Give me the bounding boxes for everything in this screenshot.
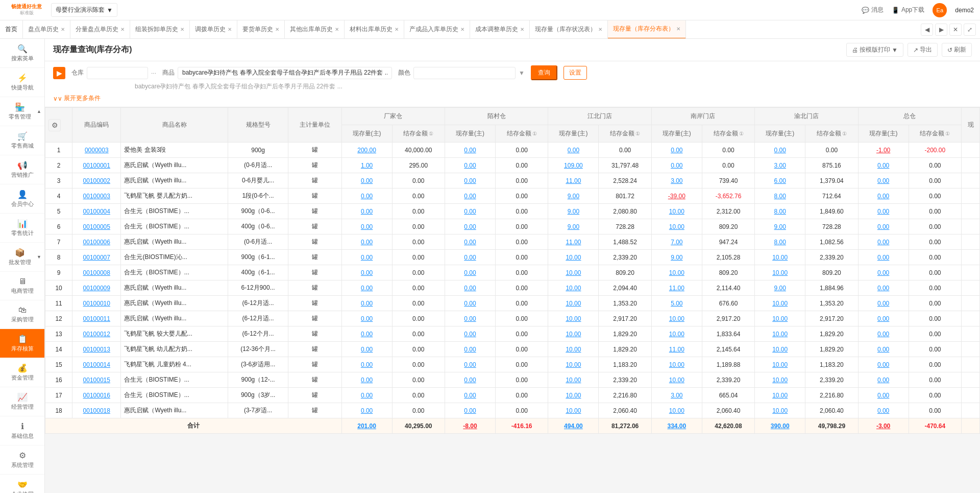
qty-link[interactable]: 10.00 <box>669 361 684 368</box>
qty-link[interactable]: 0.00 <box>877 315 889 322</box>
qty-link[interactable]: 10.00 <box>772 377 788 384</box>
qty-link[interactable]: 0.00 <box>361 331 373 338</box>
qty-link[interactable]: 0.00 <box>877 223 889 230</box>
sidebar-item-system[interactable]: ⚙ 系统管理 <box>0 445 44 475</box>
qty-link[interactable]: 10.00 <box>669 331 684 338</box>
code-link[interactable]: 00100007 <box>83 254 110 261</box>
close-icon[interactable]: ✕ <box>460 27 464 32</box>
code-link[interactable]: 00100013 <box>83 346 110 353</box>
code-link[interactable]: 00100012 <box>83 331 110 338</box>
sidebar-item-search[interactable]: 🔍 搜索英单 <box>0 39 44 68</box>
qty-link[interactable]: 0.00 <box>361 285 373 292</box>
qty-link[interactable]: 1.00 <box>361 162 373 169</box>
collapse-filter-button[interactable]: ▶ <box>53 67 65 79</box>
sidebar-item-collab[interactable]: 🤝 企业协同 <box>0 475 44 493</box>
qty-link[interactable]: 0.00 <box>877 269 889 276</box>
qty-link[interactable]: 0.00 <box>877 208 889 215</box>
close-icon[interactable]: ✕ <box>120 27 125 32</box>
sidebar-item-operation[interactable]: 📈 经营管理 <box>0 387 44 416</box>
qty-link[interactable]: 0.00 <box>464 193 476 200</box>
qty-link[interactable]: 0.00 <box>361 407 373 414</box>
qty-link[interactable]: 0.00 <box>464 269 476 276</box>
qty-link[interactable]: 10.00 <box>669 269 684 276</box>
code-link[interactable]: 00100008 <box>83 269 110 276</box>
nav-next-arrow[interactable]: ▶ <box>935 24 947 36</box>
qty-link[interactable]: 3.00 <box>671 177 682 184</box>
tab-xiancun-kuzhuang[interactable]: 现存量（库存状况表） ✕ <box>530 20 608 39</box>
close-icon[interactable]: ✕ <box>598 27 602 32</box>
code-link[interactable]: 00100004 <box>83 208 110 215</box>
expand-more-btn[interactable]: ∨∨ 展开更多条件 <box>53 94 972 103</box>
tab-yaohuo[interactable]: 要货单历史 ✕ <box>237 20 285 39</box>
qty-link[interactable]: 10.00 <box>772 300 788 307</box>
qty-link[interactable]: 0.00 <box>877 254 889 261</box>
qty-link[interactable]: 200.00 <box>357 147 376 154</box>
qty-link[interactable]: 5.00 <box>671 300 682 307</box>
qty-link[interactable]: 10.00 <box>566 361 581 368</box>
qty-link[interactable]: 10.00 <box>772 346 788 353</box>
sidebar-item-retail-mgmt[interactable]: 🏪 零售管理 ▲ <box>0 97 44 126</box>
code-link[interactable]: 00100009 <box>83 285 110 292</box>
qty-link[interactable]: 0.00 <box>877 162 889 169</box>
qty-link[interactable]: 10.00 <box>772 269 788 276</box>
qty-link[interactable]: 10.00 <box>669 223 684 230</box>
export-button[interactable]: ↗ 导出 <box>908 43 938 57</box>
close-icon[interactable]: ✕ <box>335 27 339 32</box>
sidebar-item-inventory[interactable]: 📋 库存核算 <box>0 329 44 358</box>
info-icon[interactable]: ① <box>842 131 847 136</box>
qty-link[interactable]: 10.00 <box>669 315 684 322</box>
color-input[interactable] <box>413 67 516 79</box>
qty-link[interactable]: 0.00 <box>877 377 889 384</box>
sidebar-item-finance[interactable]: 💰 资金管理 <box>0 358 44 387</box>
tab-pandian[interactable]: 盘点单历史 ✕ <box>23 20 70 39</box>
qty-link[interactable]: 9.00 <box>568 208 579 215</box>
tab-xiancun-fenbub[interactable]: 现存量（库存分布表） ✕ <box>608 20 686 39</box>
qty-link[interactable]: 0.00 <box>361 223 373 230</box>
qty-link[interactable]: 10.00 <box>566 377 581 384</box>
qty-link[interactable]: 10.00 <box>772 254 788 261</box>
qty-link[interactable]: 0.00 <box>464 346 476 353</box>
tab-zuhe[interactable]: 组装拆卸单历史 ✕ <box>130 20 190 39</box>
qty-link[interactable]: 10.00 <box>669 407 684 414</box>
code-link[interactable]: 00100011 <box>83 315 110 322</box>
qty-link[interactable]: 0.00 <box>464 239 476 246</box>
qty-link[interactable]: 0.00 <box>877 239 889 246</box>
product-input[interactable] <box>178 67 392 79</box>
app-download-action[interactable]: 📱 App下载 <box>892 6 924 14</box>
qty-link[interactable]: 0.00 <box>877 193 889 200</box>
qty-link[interactable]: 0.00 <box>464 331 476 338</box>
qty-link[interactable]: 0.00 <box>361 208 373 215</box>
avatar[interactable]: Ea <box>933 3 947 17</box>
refresh-button[interactable]: ↺ 刷新 <box>942 43 972 57</box>
qty-link[interactable]: 11.00 <box>669 346 684 353</box>
qty-link[interactable]: 10.00 <box>772 361 788 368</box>
qty-link[interactable]: 10.00 <box>566 300 581 307</box>
message-action[interactable]: 💬 消息 <box>862 6 884 14</box>
close-icon[interactable]: ✕ <box>395 27 399 32</box>
qty-link[interactable]: 10.00 <box>566 315 581 322</box>
qty-link[interactable]: 0.00 <box>877 361 889 368</box>
qty-link[interactable]: 0.00 <box>877 346 889 353</box>
code-link[interactable]: 00100003 <box>83 193 110 200</box>
qty-link[interactable]: 8.00 <box>774 193 786 200</box>
code-link[interactable]: 00100005 <box>83 223 110 230</box>
qty-link[interactable]: 0.00 <box>877 392 889 399</box>
code-link[interactable]: 00100001 <box>83 162 110 169</box>
close-icon[interactable]: ✕ <box>228 27 232 32</box>
qty-link[interactable]: 0.00 <box>877 300 889 307</box>
nav-prev-arrow[interactable]: ◀ <box>921 24 933 36</box>
qty-link[interactable]: 0.00 <box>464 147 476 154</box>
sidebar-item-nav[interactable]: ⚡ 快捷导航 <box>0 68 44 97</box>
qty-link[interactable]: 0.00 <box>464 392 476 399</box>
nav-close-all[interactable]: ✕ <box>949 24 962 36</box>
qty-link[interactable]: 10.00 <box>772 407 788 414</box>
qty-link[interactable]: 0.00 <box>361 346 373 353</box>
sidebar-item-ecommerce[interactable]: 🖥 电商管理 <box>0 272 44 300</box>
tab-chengpin[interactable]: 产成品入库单历史 ✕ <box>404 20 470 39</box>
qty-link[interactable]: 109.00 <box>564 162 583 169</box>
qty-link[interactable]: 0.00 <box>361 193 373 200</box>
qty-link[interactable]: 0.00 <box>774 147 786 154</box>
qty-link[interactable]: 11.00 <box>566 177 581 184</box>
qty-link[interactable]: 0.00 <box>671 162 682 169</box>
qty-link[interactable]: 0.00 <box>361 254 373 261</box>
